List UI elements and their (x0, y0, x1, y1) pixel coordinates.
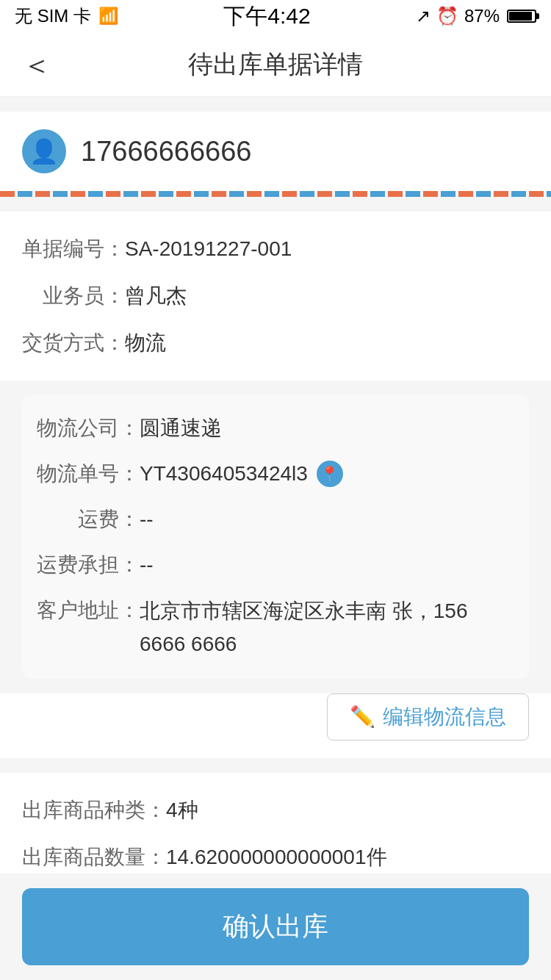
carrier-label: 无 SIM 卡 (15, 4, 91, 28)
status-left: 无 SIM 卡 📶 (15, 4, 118, 28)
freight-bearer-label: 运费承担： (37, 550, 140, 580)
confirm-button[interactable]: 确认出库 (22, 888, 529, 965)
sales-person-row: 业务员： 曾凡杰 (22, 281, 529, 311)
alarm-icon: ⏰ (436, 6, 458, 26)
document-number-value: SA-20191227-001 (125, 234, 529, 264)
sales-person-label: 业务员： (22, 281, 125, 311)
user-phone: 17666666666 (81, 136, 251, 167)
freight-bearer-row: 运费承担： -- (37, 550, 514, 580)
section-divider (0, 758, 551, 773)
logistics-company-value: 圆通速递 (140, 413, 514, 444)
product-types-label: 出库商品种类： (22, 795, 166, 826)
tracking-location-icon[interactable]: 📍 (317, 461, 343, 487)
address-label: 客户地址： (37, 595, 140, 626)
freight-row: 运费： -- (37, 504, 514, 535)
sales-person-value: 曾凡杰 (125, 281, 529, 311)
back-button[interactable]: ＜ (22, 50, 51, 79)
freight-bearer-value: -- (140, 550, 514, 580)
edit-logistics-label: 编辑物流信息 (383, 703, 506, 731)
tracking-number-label: 物流单号： (37, 458, 140, 489)
tracking-number-row: 物流单号： YT43064053424l3 📍 (37, 458, 514, 489)
nav-bar: ＜ 待出库单据详情 (0, 32, 551, 97)
tracking-number-value: YT43064053424l3 📍 (140, 458, 514, 489)
battery-label: 87% (464, 6, 500, 26)
edit-logistics-button[interactable]: ✏️ 编辑物流信息 (327, 693, 529, 741)
edit-icon: ✏️ (350, 705, 375, 729)
delivery-method-label: 交货方式： (22, 328, 125, 359)
freight-value: -- (140, 504, 514, 535)
product-quantity-label: 出库商品数量： (22, 842, 166, 873)
product-quantity-value: 14.620000000000001件 (166, 842, 529, 873)
freight-label: 运费： (37, 504, 140, 535)
location-service-icon: ↗ (416, 6, 431, 26)
nav-title: 待出库单据详情 (188, 48, 363, 82)
logistics-card: 物流公司： 圆通速递 物流单号： YT43064053424l3 📍 运费： -… (22, 395, 529, 679)
basic-info-section: 单据编号： SA-20191227-001 业务员： 曾凡杰 交货方式： 物流 (0, 212, 551, 381)
delivery-method-row: 交货方式： 物流 (22, 328, 529, 359)
document-number-label: 单据编号： (22, 234, 125, 264)
battery-icon (507, 10, 536, 23)
product-types-row: 出库商品种类： 4种 (22, 795, 529, 826)
avatar-icon: 👤 (29, 137, 59, 165)
product-types-value: 4种 (166, 795, 529, 826)
address-value: 北京市市辖区海淀区永丰南 张，156 6666 6666 (140, 595, 514, 661)
user-header: 👤 17666666666 (0, 112, 551, 191)
wifi-icon: 📶 (98, 7, 118, 26)
tracking-number-text: YT43064053424l3 (140, 458, 308, 489)
logistics-company-label: 物流公司： (37, 413, 140, 444)
product-quantity-row: 出库商品数量： 14.620000000000001件 (22, 842, 529, 873)
document-number-row: 单据编号： SA-20191227-001 (22, 234, 529, 264)
confirm-button-wrap: 确认出库 (0, 873, 551, 980)
avatar: 👤 (22, 129, 66, 173)
edit-logistics-section: ✏️ 编辑物流信息 (0, 693, 551, 758)
status-time: 下午4:42 (223, 1, 310, 32)
status-right: ↗ ⏰ 87% (416, 6, 536, 26)
dashed-divider (0, 191, 551, 197)
address-row: 客户地址： 北京市市辖区海淀区永丰南 张，156 6666 6666 (37, 595, 514, 661)
status-bar: 无 SIM 卡 📶 下午4:42 ↗ ⏰ 87% (0, 0, 551, 32)
logistics-company-row: 物流公司： 圆通速递 (37, 413, 514, 444)
delivery-method-value: 物流 (125, 328, 529, 359)
